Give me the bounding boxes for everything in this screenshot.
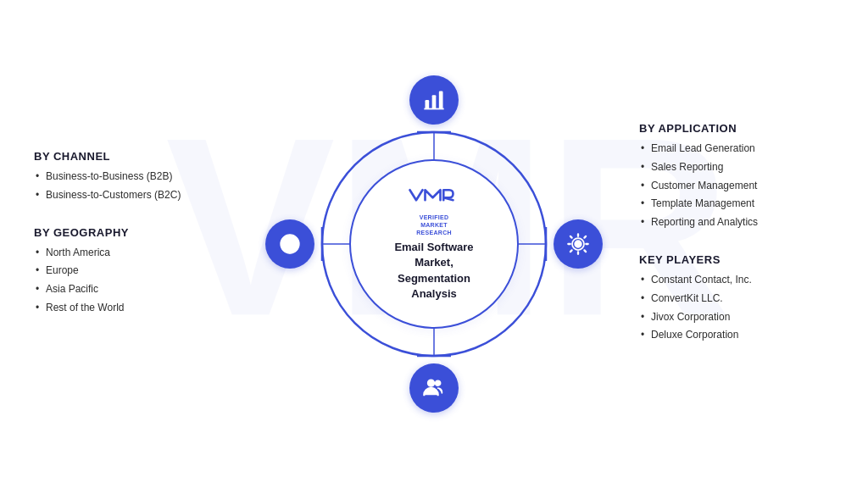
list-item: Email Lead Generation (639, 141, 834, 156)
application-section: BY APPLICATION Email Lead Generation Sal… (639, 122, 834, 230)
list-item: Customer Management (639, 179, 834, 193)
key-players-heading: KEY PLAYERS (639, 253, 834, 266)
channel-list: Business-to-Business (B2B) Business-to-C… (34, 169, 220, 202)
application-heading: BY APPLICATION (639, 122, 834, 135)
svg-point-11 (436, 380, 441, 385)
list-item: Rest of the World (34, 301, 220, 315)
people-icon-circle (409, 363, 459, 413)
center-title: Email Software Market, Segmentation Anal… (394, 240, 473, 302)
right-panel: BY APPLICATION Email Lead Generation Sal… (639, 122, 834, 366)
list-item: Jivox Corporation (639, 309, 834, 324)
list-item: Template Management (639, 197, 834, 211)
gear-icon-circle (554, 219, 603, 269)
svg-point-9 (576, 241, 581, 247)
list-item: North America (34, 245, 220, 259)
list-item: Constant Contact, Inc. (639, 273, 834, 287)
geography-section: BY GEOGRAPHY North America Europe Asia P… (34, 225, 220, 314)
svg-point-10 (428, 380, 434, 386)
svg-rect-6 (432, 95, 437, 108)
list-item: Business-to-Customers (B2C) (34, 187, 220, 202)
list-item: Europe (34, 263, 220, 278)
left-panel: BY CHANNEL Business-to-Business (B2B) Bu… (34, 150, 220, 339)
key-players-section: KEY PLAYERS Constant Contact, Inc. Conve… (639, 253, 834, 342)
svg-rect-5 (426, 100, 430, 109)
list-item: ConvertKit LLC. (639, 291, 834, 306)
vmr-text: VERIFIED MARKET RESEARCH (416, 214, 452, 236)
geography-heading: BY GEOGRAPHY (34, 225, 220, 238)
vmr-logo-svg (409, 186, 459, 205)
center-circle: VERIFIED MARKET RESEARCH Email Software … (349, 159, 519, 329)
vmr-logo (409, 186, 459, 208)
channel-heading: BY CHANNEL (34, 150, 220, 163)
channel-section: BY CHANNEL Business-to-Business (B2B) Bu… (34, 150, 220, 202)
gear-icon (566, 232, 590, 256)
people-icon (422, 376, 446, 400)
globe-icon-circle (265, 219, 314, 269)
center-diagram: VERIFIED MARKET RESEARCH Email Software … (290, 100, 578, 388)
application-list: Email Lead Generation Sales Reporting Cu… (639, 141, 834, 230)
chart-bar-icon (422, 88, 446, 112)
list-item: Sales Reporting (639, 160, 834, 175)
list-item: Asia Pacific (34, 282, 220, 297)
key-players-list: Constant Contact, Inc. ConvertKit LLC. J… (639, 273, 834, 342)
list-item: Reporting and Analytics (639, 215, 834, 230)
list-item: Deluxe Corporation (639, 328, 834, 342)
globe-icon (278, 232, 302, 256)
geography-list: North America Europe Asia Pacific Rest o… (34, 245, 220, 314)
list-item: Business-to-Business (B2B) (34, 169, 220, 184)
chart-icon-circle (409, 75, 459, 125)
main-container: VMR BY CHANNEL Business-to-Business (B2B… (0, 0, 868, 488)
svg-rect-7 (439, 92, 443, 109)
